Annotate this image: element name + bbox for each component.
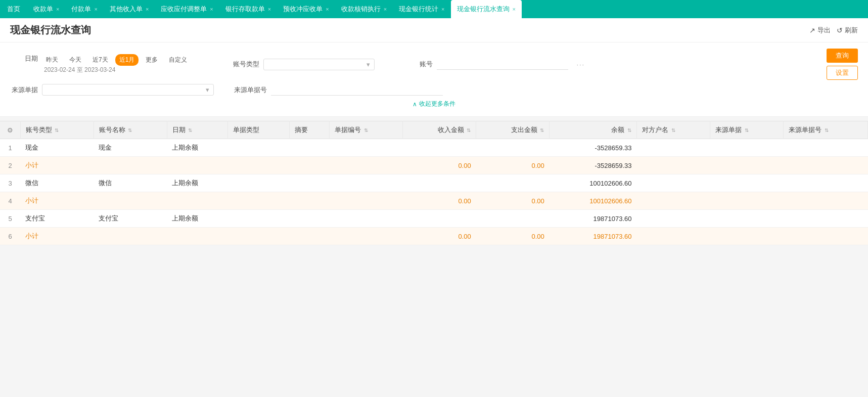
col-source-doc-label: 来源单据 [715,126,742,134]
table-cell: 0.00 [476,157,550,174]
table-cell [330,228,403,245]
query-button[interactable]: 查询 [827,49,858,63]
date-today[interactable]: 今天 [65,54,85,66]
account-type-select[interactable]: ▾ [263,59,375,70]
nav-tab-1[interactable]: 付款单 × [65,0,103,18]
table-cell: 上期余额 [167,210,228,228]
source-doc-label: 来源单据 [10,85,38,95]
nav-tab-2[interactable]: 其他收入单 × [104,0,155,18]
col-income[interactable]: 收入金额 ⇅ [403,121,476,139]
nav-tab-8[interactable]: 现金银行流水查询 × [451,0,522,18]
settings-button[interactable]: 设置 [827,66,858,80]
tab-label: 银行存取款单 [225,5,265,14]
sort-icon: ⇅ [188,127,192,133]
table-cell [94,192,167,210]
data-table: ⚙ 账号类型 ⇅ 账号名称 ⇅ 日期 ⇅ 单据类型 摘要 [0,121,868,245]
tab-label: 应收应付调整单 [161,5,207,14]
table-row: 1现金现金上期余额-3528659.33 [0,139,868,157]
table-cell [710,157,784,174]
nav-tab-7[interactable]: 现金银行统计 × [393,0,450,18]
nav-tab-5[interactable]: 预收冲应收单 × [277,0,335,18]
tab-close[interactable]: × [56,6,59,12]
col-account-name[interactable]: 账号名称 ⇅ [94,121,167,139]
col-date[interactable]: 日期 ⇅ [167,121,228,139]
refresh-button[interactable]: ↺ 刷新 [837,26,858,35]
table-cell: 微信 [20,174,94,192]
date-custom[interactable]: 自定义 [165,54,191,66]
tab-close[interactable]: × [268,6,271,12]
nav-tab-4[interactable]: 银行存取款单 × [219,0,277,18]
table-cell [228,139,290,157]
nav-tab-6[interactable]: 收款核销执行 × [335,0,393,18]
table-cell: 现金 [94,139,167,157]
sort-icon: ⇅ [627,127,631,133]
account-type-label: 账号类型 [232,60,259,69]
table-cell [290,157,330,174]
table-cell [290,139,330,157]
refresh-icon: ↺ [837,26,843,34]
tab-close[interactable]: × [441,6,444,12]
export-icon: ↗ [809,26,815,34]
table-cell [330,192,403,210]
date-more[interactable]: 更多 [142,54,162,66]
home-label: 首页 [7,5,20,14]
nav-home[interactable]: 首页 [0,0,27,18]
table-cell: 上期余额 [167,139,228,157]
account-dots-icon[interactable]: ··· [576,61,585,68]
table-cell: 19871073.60 [550,210,637,228]
date-yesterday[interactable]: 昨天 [42,54,62,66]
col-balance[interactable]: 余额 ⇅ [550,121,637,139]
table-cell: 支付宝 [20,210,94,228]
page-header: 现金银行流水查询 ↗ 导出 ↺ 刷新 [0,18,868,42]
col-source-doc[interactable]: 来源单据 ⇅ [710,121,784,139]
col-account-type[interactable]: 账号类型 ⇅ [20,121,94,139]
table-row: 4小计0.000.00100102606.60 [0,192,868,210]
tab-close[interactable]: × [513,6,516,12]
account-filter: 账号 ··· [405,59,585,70]
col-doc-no[interactable]: 单据编号 ⇅ [330,121,403,139]
gear-icon[interactable]: ⚙ [7,126,13,134]
table-row: 5支付宝支付宝上期余额19871073.60 [0,210,868,228]
page-title: 现金银行流水查询 [10,23,91,37]
table-cell [330,210,403,228]
table-cell [784,210,868,228]
table-cell [167,192,228,210]
col-expense[interactable]: 支出金额 ⇅ [476,121,550,139]
date-1month[interactable]: 近1月 [115,54,139,66]
source-doc-no-input[interactable] [271,84,443,96]
table-cell [228,157,290,174]
col-counterparty[interactable]: 对方户名 ⇅ [636,121,710,139]
table-cell [330,139,403,157]
col-doc-type: 单据类型 [228,121,290,139]
tab-close[interactable]: × [146,6,149,12]
table-cell: 100102606.60 [550,192,637,210]
tab-close[interactable]: × [326,6,329,12]
sort-icon: ⇅ [467,127,471,133]
date-7days[interactable]: 近7天 [88,54,112,66]
table-cell [784,139,868,157]
table-row: 6小计0.000.0019871073.60 [0,228,868,245]
table-cell [94,228,167,245]
export-button[interactable]: ↗ 导出 [809,26,831,35]
sort-icon: ⇅ [825,127,829,133]
source-doc-select[interactable]: ▾ [42,84,214,96]
collapse-bar[interactable]: ∧ 收起更多条件 [10,98,858,110]
sort-icon: ⇅ [671,127,675,133]
action-buttons: 查询 设置 [827,49,858,80]
nav-tab-0[interactable]: 收款单 × [27,0,65,18]
table-cell [710,228,784,245]
table-row: 3微信微信上期余额100102606.60 [0,174,868,192]
col-source-doc-no[interactable]: 来源单据号 ⇅ [784,121,868,139]
col-account-name-label: 账号名称 [99,126,125,134]
tab-close[interactable]: × [384,6,387,12]
col-source-doc-no-label: 来源单据号 [789,126,821,134]
col-account-type-label: 账号类型 [26,126,52,134]
table-cell: -3528659.33 [550,157,637,174]
tab-close[interactable]: × [210,6,213,12]
nav-tab-3[interactable]: 应收应付调整单 × [155,0,219,18]
tab-close[interactable]: × [94,6,97,12]
account-input[interactable] [437,59,568,70]
table-cell [330,174,403,192]
tab-label: 预收冲应收单 [283,5,323,14]
sort-icon: ⇅ [745,127,749,133]
